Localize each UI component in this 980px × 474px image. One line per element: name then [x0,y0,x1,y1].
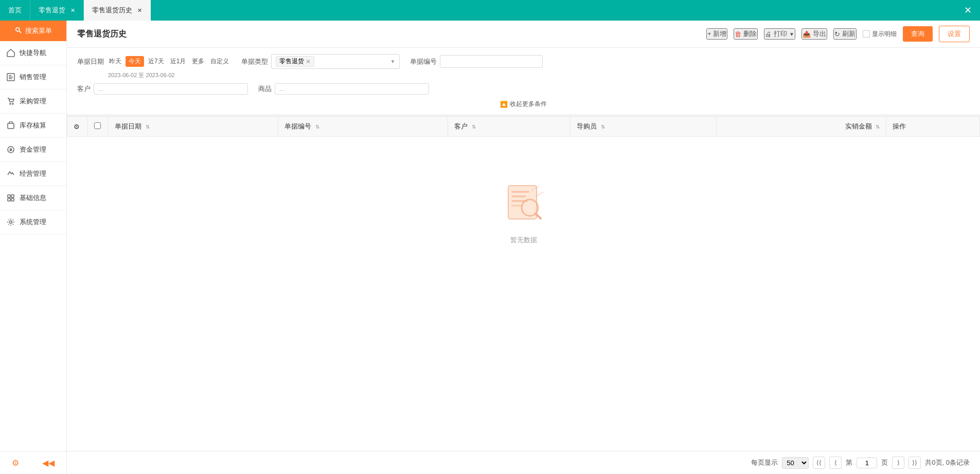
th-date[interactable]: 单据日期 ⇅ [109,117,278,137]
print-button[interactable]: 🖨 打印 ▼ [764,28,795,40]
next-page-button[interactable]: ⟩ [892,457,904,469]
tab-retail-return-history[interactable]: 零售退货历史 ✕ [84,0,151,21]
collapse-up-icon: 🔼 [500,101,508,108]
th-date-label: 单据日期 [115,122,141,130]
page-title: 零售退货历史 [77,29,127,40]
tab-home[interactable]: 首页 [0,0,30,21]
tab-retail-return[interactable]: 零售退货 ✕ [30,0,84,21]
date-opt-more[interactable]: 更多 [190,56,206,67]
first-page-button[interactable]: ⟨⟨ [813,457,825,469]
th-number-sort-icon[interactable]: ⇅ [315,124,319,130]
query-button[interactable]: 查询 [903,26,933,42]
th-amount-sort-icon[interactable]: ⇅ [876,124,880,130]
th-settings[interactable]: ⚙ [67,117,88,137]
top-bar: 首页 零售退货 ✕ 零售退货历史 ✕ ✕ [0,0,980,21]
delete-button[interactable]: 🗑 删除 [734,28,758,40]
goods-input[interactable]: ... [275,83,429,95]
inventory-icon [6,121,15,130]
date-opt-yesterday[interactable]: 昨天 [107,56,123,67]
show-detail-checkbox[interactable] [863,30,870,38]
finance-icon [6,145,15,154]
th-customer-sort-icon[interactable]: ⇅ [472,124,476,130]
date-filter-label: 单据日期 [77,57,104,66]
collapse-button[interactable]: 🔼 收起更多条件 [500,100,547,108]
table-body: 暂无数据 [67,137,980,286]
sidebar-item-purchase[interactable]: 采购管理 [0,89,66,114]
per-page-select[interactable]: 10 20 50 100 [782,457,809,469]
th-customer[interactable]: 客户 ⇅ [448,117,571,137]
sidebar-item-quick-nav[interactable]: 快捷导航 [0,41,66,65]
goods-placeholder: ... [279,85,284,93]
sidebar-item-operation[interactable]: 经营管理 [0,162,66,186]
print-icon: 🖨 [765,30,772,38]
date-opt-7days[interactable]: 近7天 [146,56,166,67]
sidebar-item-system-label: 系统管理 [20,217,46,227]
pagination: 每页显示 10 20 50 100 ⟨⟨ ⟨ 第 页 ⟩ ⟩⟩ 共0页, 0条记… [67,451,980,474]
type-filter-label: 单据类型 [241,57,268,66]
sidebar: 搜索菜单 快捷导航 销售管理 采购管理 [0,21,67,474]
basic-icon [6,193,15,203]
refresh-button[interactable]: ↻ 刷新 [833,28,857,40]
total-info: 共0页, 0条记录 [925,458,970,467]
tab-retail-return-history-close[interactable]: ✕ [137,7,142,14]
th-number-label: 单据编号 [284,122,311,130]
tab-retail-return-close[interactable]: ✕ [70,7,75,14]
sidebar-item-operation-label: 经营管理 [20,169,46,178]
sidebar-item-system[interactable]: 系统管理 [0,210,66,234]
th-guide[interactable]: 导购员 ⇅ [571,117,717,137]
th-date-sort-icon[interactable]: ⇅ [146,124,150,130]
customer-input[interactable]: ... [94,83,248,95]
date-opt-custom[interactable]: 自定义 [208,56,231,67]
select-all-checkbox[interactable] [94,122,101,129]
type-tag: 零售退货 ✕ [276,56,314,67]
svg-point-4 [12,103,13,104]
sidebar-item-finance[interactable]: 资金管理 [0,138,66,162]
empty-illustration [498,178,549,229]
svg-point-3 [10,103,11,104]
delete-icon: 🗑 [735,30,741,38]
gear-button[interactable]: ⚙ [12,458,19,468]
date-opt-1month[interactable]: 近1月 [168,56,188,67]
sidebar-item-basic[interactable]: 基础信息 [0,186,66,210]
date-opt-today[interactable]: 今天 [126,56,144,67]
per-page-label: 每页显示 [751,458,778,467]
sidebar-search[interactable]: 搜索菜单 [0,21,66,41]
sidebar-item-purchase-label: 采购管理 [20,97,46,106]
date-range-display: 2023-06-02 至 2023-06-02 [108,72,175,78]
show-detail-label[interactable]: 显示明细 [863,30,897,39]
th-checkbox[interactable] [88,117,109,137]
purchase-icon [6,97,15,106]
empty-text: 暂无数据 [510,235,537,245]
type-dropdown-icon[interactable]: ▼ [390,59,395,64]
th-guide-sort-icon[interactable]: ⇅ [601,124,605,130]
number-input[interactable] [440,55,543,68]
date-filter: 单据日期 昨天 今天 近7天 近1月 更多 自定义 [77,56,231,67]
page-unit: 页 [881,458,888,467]
header-actions: + 新增 🗑 删除 🖨 打印 ▼ 📤 导出 ↻ 刷新 [706,26,970,42]
tab-retail-return-history-label: 零售退货历史 [92,6,132,15]
sidebar-item-sales[interactable]: 销售管理 [0,65,66,89]
export-button[interactable]: 📤 导出 [801,28,827,40]
th-number[interactable]: 单据编号 ⇅ [278,117,448,137]
add-button[interactable]: + 新增 [706,28,727,40]
sidebar-search-label: 搜索菜单 [25,26,52,35]
sidebar-item-inventory[interactable]: 库存核算 [0,114,66,138]
type-input[interactable]: 零售退货 ✕ ▼ [271,54,400,69]
export-button-label: 导出 [813,29,826,39]
type-tag-close[interactable]: ✕ [306,58,311,65]
settings-button[interactable]: 设置 [939,26,970,42]
data-table: ⚙ 单据日期 ⇅ 单据编号 ⇅ [67,116,980,286]
th-amount[interactable]: 实销金额 ⇅ [716,117,886,137]
svg-rect-14 [511,195,526,197]
settings-gear-icon[interactable]: ⚙ [74,123,80,131]
prev-page-button[interactable]: ⟨ [829,457,842,469]
last-page-button[interactable]: ⟩⟩ [908,457,921,469]
page-input[interactable] [857,458,877,468]
window-close-button[interactable]: ✕ [956,5,980,16]
type-tag-label: 零售退货 [279,57,304,66]
sidebar-item-sales-label: 销售管理 [20,72,46,82]
svg-rect-9 [8,198,10,201]
goods-filter: 商品 ... [258,83,429,95]
delete-button-label: 删除 [743,29,757,39]
volume-button[interactable]: ◀◀ [42,458,55,468]
